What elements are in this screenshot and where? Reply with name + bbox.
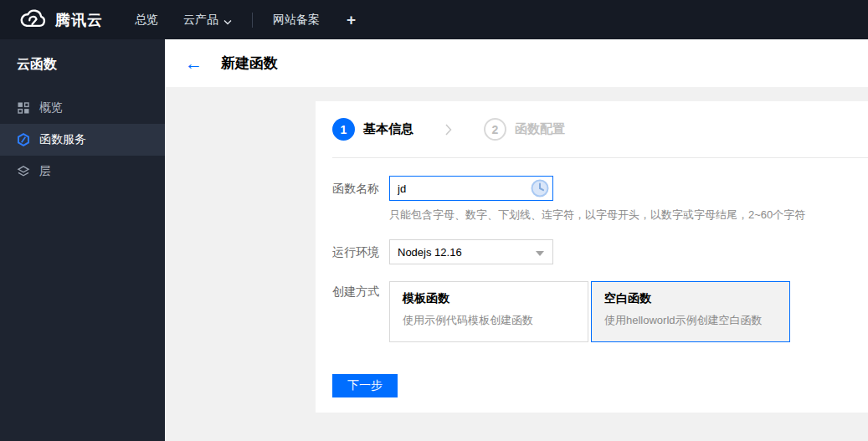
function-name-input[interactable]: [389, 176, 553, 201]
sidebar-item-function-service[interactable]: 函数服务: [0, 124, 165, 156]
method-card-blank-function[interactable]: 空白函数 使用helloworld示例创建空白函数: [591, 281, 790, 342]
topnav-items: 总览 云产品 网站备案 +: [135, 11, 356, 29]
nav-item-icp-filing[interactable]: 网站备案: [273, 13, 320, 28]
brand-name: 腾讯云: [55, 10, 103, 30]
creation-method-row: 创建方式 模板函数 使用示例代码模板创建函数 空白函数 使用helloworld…: [332, 281, 851, 342]
creation-method-label: 创建方式: [332, 281, 389, 342]
chevron-down-icon: [223, 14, 232, 28]
nav-item-overview-label: 总览: [135, 13, 158, 28]
method-card-template-desc: 使用示例代码模板创建函数: [403, 313, 575, 328]
create-function-card: 1 基本信息 2 函数配置 函数名称: [316, 101, 868, 413]
step-2-label: 函数配置: [515, 121, 565, 137]
layers-icon: [17, 165, 30, 178]
tencent-cloud-console: 腾讯云 总览 云产品 网站备案 + 云函数: [0, 0, 868, 441]
function-name-row: 函数名称 只能包含字母、数字、: [332, 176, 851, 223]
tencent-cloud-logo-icon: [17, 9, 48, 30]
sidebar-item-layers[interactable]: 层: [0, 156, 165, 187]
function-name-label: 函数名称: [332, 176, 389, 223]
nav-item-icp-filing-label: 网站备案: [273, 13, 320, 28]
create-function-form: 函数名称 只能包含字母、数字、: [316, 158, 868, 397]
page-title: 新建函数: [221, 54, 278, 73]
clock-badge-icon[interactable]: [531, 179, 549, 197]
sidebar-item-overview-label: 概览: [39, 100, 63, 115]
creation-method-cards: 模板函数 使用示例代码模板创建函数 空白函数 使用helloworld示例创建空…: [389, 281, 790, 342]
step-1-label: 基本信息: [363, 121, 413, 137]
step-chevron-icon: [445, 124, 452, 136]
step-2-circle: 2: [484, 118, 506, 141]
function-name-field: 只能包含字母、数字、下划线、连字符，以字母开头，以数字或字母结尾，2~60个字符: [389, 176, 805, 223]
next-step-button[interactable]: 下一步: [332, 374, 398, 397]
sidebar-title: 云函数: [0, 39, 165, 92]
scf-hexagon-icon: [17, 133, 30, 146]
navbar-separator: [252, 13, 253, 28]
nav-item-cloud-products[interactable]: 云产品: [183, 13, 232, 28]
sidebar-item-function-service-label: 函数服务: [39, 132, 86, 147]
add-nav-tab-button[interactable]: +: [347, 11, 356, 29]
sidebar-item-overview[interactable]: 概览: [0, 92, 165, 124]
nav-item-overview[interactable]: 总览: [135, 13, 158, 28]
nav-item-cloud-products-label: 云产品: [183, 13, 218, 28]
method-card-blank-desc: 使用helloworld示例创建空白函数: [604, 313, 777, 328]
tencent-cloud-brand[interactable]: 腾讯云: [17, 9, 103, 30]
sidebar: 云函数 概览 函数服务: [0, 39, 165, 441]
runtime-label: 运行环境: [332, 239, 389, 264]
wizard-steps: 1 基本信息 2 函数配置: [316, 101, 868, 157]
runtime-select-value: Nodejs 12.16: [398, 246, 462, 259]
method-card-template-title: 模板函数: [403, 291, 575, 306]
select-caret-icon: [536, 251, 544, 256]
step-1-circle: 1: [332, 118, 355, 141]
runtime-row: 运行环境 Nodejs 12.16: [332, 239, 851, 264]
function-name-hint: 只能包含字母、数字、下划线、连字符，以字母开头，以数字或字母结尾，2~60个字符: [389, 208, 805, 223]
method-card-blank-title: 空白函数: [604, 291, 777, 306]
method-card-template-function[interactable]: 模板函数 使用示例代码模板创建函数: [389, 281, 588, 342]
page-header: ← 新建函数: [165, 39, 868, 87]
grid-icon: [17, 101, 30, 115]
top-navbar: 腾讯云 总览 云产品 网站备案 +: [0, 0, 868, 39]
runtime-select[interactable]: Nodejs 12.16: [389, 239, 553, 264]
sidebar-item-layers-label: 层: [39, 164, 51, 179]
back-arrow-icon[interactable]: ←: [185, 54, 203, 72]
content-area: 1 基本信息 2 函数配置 函数名称: [165, 87, 868, 441]
